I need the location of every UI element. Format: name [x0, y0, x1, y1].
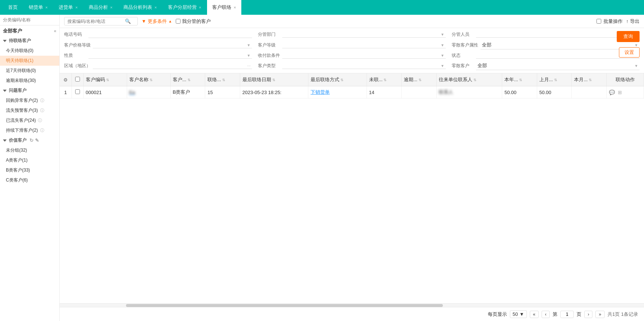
- prev-page-btn[interactable]: ‹: [542, 311, 550, 318]
- my-customers-check[interactable]: [176, 19, 181, 24]
- pagination-bar: 每页显示 50 ▼ « ‹ 第 页 › » 共1页 1条记录: [60, 307, 644, 321]
- close-customer-tier-tab[interactable]: ×: [199, 5, 201, 10]
- filter-status-label: 状态: [452, 52, 474, 59]
- sidebar-item-tomorrow[interactable]: 明天待联络(1): [0, 56, 59, 66]
- close-sales-tab[interactable]: ×: [45, 5, 48, 10]
- filter-phone-input[interactable]: [88, 31, 252, 38]
- sort-icon10: ⇅: [519, 78, 522, 82]
- grid-icon[interactable]: ⊞: [618, 90, 622, 95]
- row-checkbox[interactable]: [75, 89, 80, 94]
- row-checkbox-cell: [71, 86, 83, 99]
- sort-icon8: ⇅: [419, 78, 421, 82]
- close-purchase-tab[interactable]: ×: [75, 5, 77, 10]
- more-filters-btn[interactable]: ▼ 更多条件 ▲: [141, 18, 172, 25]
- scrollbar-thumb[interactable]: [126, 304, 443, 307]
- close-product-list-tab[interactable]: ×: [154, 5, 157, 10]
- sidebar-item-class-a[interactable]: A类客户(1): [0, 155, 59, 165]
- close-product-analysis-tab[interactable]: ×: [110, 5, 112, 10]
- settings-button[interactable]: 设置: [619, 47, 640, 58]
- sidebar-item-class-c[interactable]: C类客户(6): [0, 175, 59, 185]
- nav-customer-contact[interactable]: 客户联络 ×: [207, 0, 241, 15]
- nav-home[interactable]: 首页: [3, 0, 23, 15]
- filter-person-select[interactable]: ···: [476, 31, 640, 38]
- my-customers-checkbox[interactable]: 我分管的客户: [176, 18, 211, 25]
- filter-customer-type-select[interactable]: ▼: [282, 63, 446, 69]
- filter-status-select[interactable]: ▼: [476, 53, 640, 59]
- sidebar: 🔍 全部客户 « 待联络客户 今天待联络(0) 明天待联络(1) 近7天待联络(…: [0, 15, 60, 321]
- horizontal-scrollbar[interactable]: [60, 303, 644, 307]
- sidebar-search-input[interactable]: [3, 17, 58, 23]
- filter-region-select[interactable]: ···: [93, 63, 252, 69]
- sidebar-section-value[interactable]: 价值客户 ↻ ✎: [0, 135, 59, 145]
- sidebar-section-problem[interactable]: 问题客户: [0, 86, 59, 96]
- next-page-btn[interactable]: ›: [584, 311, 592, 318]
- search-icon[interactable]: 🔍: [125, 18, 131, 24]
- nav-purchase[interactable]: 进货单 ×: [53, 0, 83, 15]
- filter-nature-select[interactable]: ▼: [88, 53, 252, 59]
- sidebar-item-today[interactable]: 今天待联络(0): [0, 46, 59, 56]
- sidebar-search-box: 🔍: [0, 15, 59, 25]
- sidebar-item-class-b[interactable]: B类客户(33): [0, 165, 59, 175]
- filter-phone-label: 电话号码: [64, 31, 86, 38]
- edit-icon[interactable]: ✎: [35, 138, 39, 143]
- filter-customer-level-select[interactable]: ▼: [282, 42, 446, 48]
- nav-sales[interactable]: 销货单 ×: [24, 0, 53, 15]
- content-area: 🔍 ▼ 更多条件 ▲ 我分管的客户 批量操作 ↑ 导出: [60, 15, 644, 321]
- filter-price-level-select[interactable]: ▼: [93, 42, 252, 48]
- export-btn[interactable]: ↑ 导出: [626, 18, 640, 25]
- batch-ops-check[interactable]: [596, 19, 601, 24]
- refresh-icon[interactable]: ↻: [29, 138, 34, 143]
- search-input[interactable]: [67, 19, 123, 24]
- row-type: B类客户: [170, 86, 205, 99]
- sidebar-item-7days[interactable]: 近7天待联络(0): [0, 66, 59, 76]
- filter-icon: ▼: [141, 18, 146, 24]
- sidebar-item-overdue[interactable]: 逾期未联络(30): [0, 76, 59, 86]
- sidebar-item-churned[interactable]: 已流失客户(24) ⓘ: [0, 115, 59, 125]
- page-unit: 页: [577, 311, 581, 318]
- nav-product-analysis[interactable]: 商品分析 ×: [84, 0, 118, 15]
- sidebar-section-pending[interactable]: 待联络客户: [0, 36, 59, 46]
- filter-retail-attr-select[interactable]: 全部 ▼: [480, 41, 640, 49]
- triangle-down-icon2: [3, 90, 7, 92]
- sort-icon7: ⇅: [384, 78, 386, 82]
- last-page-btn[interactable]: »: [595, 311, 605, 318]
- filter-payment-select[interactable]: ▼: [282, 53, 446, 59]
- sidebar-item-churn-warning[interactable]: 流失预警客户(3) ⓘ: [0, 106, 59, 115]
- filter-retail-attr-label: 零散客户属性: [452, 42, 478, 48]
- chevron-down-icon: ▼: [441, 32, 444, 37]
- row-action: 💬 ⊞: [606, 86, 644, 99]
- col-gear[interactable]: ⚙: [60, 73, 71, 86]
- filter-payment-label: 收付款条件: [258, 52, 280, 59]
- ellipsis-icon2[interactable]: ···: [247, 63, 251, 68]
- first-page-btn[interactable]: «: [530, 311, 539, 318]
- sidebar-item-declining[interactable]: 持续下滑客户(2) ⓘ: [0, 125, 59, 135]
- query-button[interactable]: 查询: [617, 31, 640, 42]
- search-box: 🔍: [64, 17, 138, 25]
- batch-ops-btn[interactable]: 批量操作: [596, 18, 623, 25]
- col-this-month-header: 本月...⇅: [572, 73, 607, 86]
- filter-phone: 电话号码: [64, 31, 252, 38]
- close-customer-contact-tab[interactable]: ×: [234, 5, 236, 10]
- filter-region-label: 区域（地区）: [64, 63, 91, 69]
- col-uncontacted-header: 未联...⇅: [367, 73, 402, 86]
- row-name[interactable]: Ea: [127, 86, 170, 99]
- nav-product-analysis-list[interactable]: 商品分析列表 ×: [118, 0, 162, 15]
- row-last-contact-method[interactable]: 下销货单: [308, 86, 367, 99]
- chevron-down-icon8: ▼: [441, 64, 444, 68]
- page-number-input[interactable]: [560, 311, 574, 318]
- per-page-select[interactable]: 50 ▼: [510, 310, 526, 318]
- sidebar-item-ungrouped[interactable]: 未分组(32): [0, 145, 59, 155]
- nav-customer-tier[interactable]: 客户分层经营 ×: [163, 0, 206, 15]
- filter-dept-select[interactable]: ▼: [282, 32, 446, 38]
- filter-customer-level-label: 客户等级: [258, 42, 280, 48]
- sort-icon3: ⇅: [188, 78, 190, 82]
- sidebar-item-abnormal[interactable]: 回购异常客户(2) ⓘ: [0, 96, 59, 106]
- gear-icon[interactable]: ⚙: [63, 77, 68, 83]
- row-overdue: [402, 86, 437, 99]
- filter-dept: 分管部门 ▼: [258, 31, 446, 38]
- collapse-all-icon[interactable]: «: [54, 28, 56, 34]
- sort-icon11: ⇅: [554, 78, 557, 82]
- chat-icon[interactable]: 💬: [609, 90, 615, 95]
- filter-retail-customer-select[interactable]: 全部 ▼: [476, 62, 640, 70]
- select-all-checkbox[interactable]: [75, 77, 80, 82]
